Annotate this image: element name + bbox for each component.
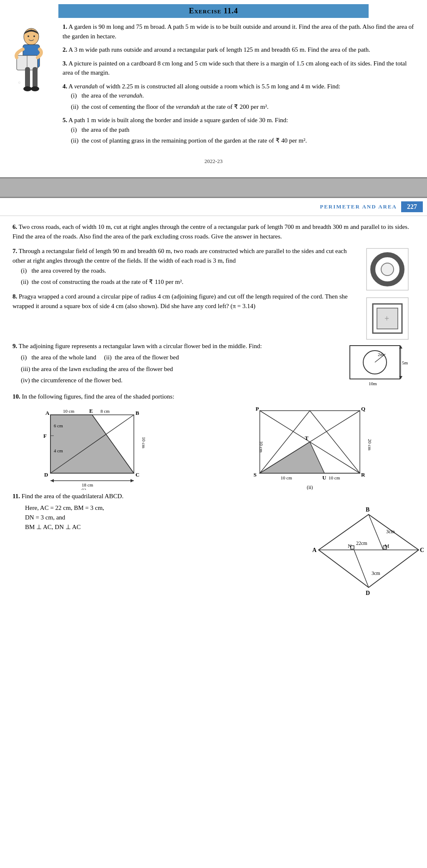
q10-figure-i: A E B D C F 10 cm 8 cm: [42, 406, 184, 490]
svg-text:4 cm: 4 cm: [54, 448, 63, 453]
q2-text: A 3 m wide path runs outside and around …: [68, 46, 370, 53]
q11-line1: Here, AC = 22 cm, BM = 3 cm,: [25, 503, 306, 513]
svg-text:R: R: [361, 472, 365, 478]
svg-marker-71: [319, 514, 419, 587]
bottom-questions: 6. Two cross roads, each of width 10 m, …: [0, 220, 427, 615]
question-9: 9. The adjoining figure represents a rec…: [13, 341, 344, 387]
q10-fig1: A E B D C F 10 cm 8 cm: [17, 406, 209, 492]
student-illustration: ©: [4, 22, 58, 150]
year-label: 2022-23: [0, 158, 427, 169]
svg-text:10 cm: 10 cm: [141, 437, 146, 449]
page-bottom: PERIMETER AND AREA 227 6. Two cross road…: [0, 198, 427, 627]
chapter-title: PERIMETER AND AREA: [4, 203, 401, 210]
q78-section: 7. Through a rectangular field of length…: [13, 246, 414, 341]
q9-text: 9. The adjoining figure represents a rec…: [13, 341, 344, 392]
question-7: 7. Through a rectangular field of length…: [13, 246, 360, 287]
page-separator: [0, 177, 427, 198]
q3-text: A picture is painted on a cardboard 8 cm…: [63, 60, 407, 76]
q4-sub-ii: (ii) the cost of cementing the floor of …: [71, 102, 414, 112]
svg-text:22cm: 22cm: [356, 540, 367, 546]
svg-text:10 cm: 10 cm: [329, 475, 340, 480]
question-1: 1. A garden is 90 m long and 75 m broad.…: [63, 22, 414, 41]
svg-text:C: C: [420, 547, 424, 553]
svg-text:A: A: [45, 410, 50, 416]
q7-num: 7.: [13, 248, 17, 254]
question-8: 8. Pragya wrapped a cord around a circul…: [13, 292, 360, 311]
q7-text: Through a rectangular field of length 90…: [13, 248, 347, 264]
q4-sub-i: (i) the area of the verandah.: [71, 91, 414, 100]
q11-diagram: A B C D N M 22cm 3cm 3cm: [310, 492, 414, 610]
svg-text:+: +: [384, 314, 389, 323]
exercise-title: Exercise 11.4: [58, 4, 369, 18]
q11-line2: DN = 3 cm, and: [25, 513, 306, 522]
svg-text:F: F: [43, 433, 47, 439]
svg-point-6: [23, 86, 32, 91]
question-4: 4. A verandah of width 2.25 m is constru…: [63, 82, 414, 112]
svg-point-13: [381, 263, 394, 276]
q7-sub-i: (i) the area covered by the roads.: [21, 266, 360, 276]
svg-rect-4: [25, 67, 30, 88]
q9-sub-iii: (iii) the area of the lawn excluding the…: [21, 364, 179, 374]
q8-num: 8.: [13, 293, 17, 300]
question-9-section: 9. The adjoining figure represents a rec…: [13, 341, 414, 392]
page-top: Exercise 11.4: [0, 0, 427, 177]
page-number: 227: [401, 201, 423, 212]
svg-text:©: ©: [18, 80, 22, 85]
svg-text:3cm: 3cm: [372, 570, 380, 576]
q10-fig2: P Q R S T U 10 cm 10 cm 20 cm 10 cm: [218, 406, 410, 492]
svg-text:Q: Q: [361, 406, 365, 412]
q9-sub-i: (i) the area of the whole land (ii) the …: [21, 353, 179, 362]
svg-text:10 cm: 10 cm: [281, 475, 292, 480]
q10-figure-ii: P Q R S T U 10 cm 10 cm 20 cm 10 cm: [251, 406, 377, 490]
q5-num: 5.: [63, 117, 67, 123]
question-5: 5. A path 1 m wide is built along the bo…: [63, 115, 414, 146]
circular-pipe-figure: [364, 246, 410, 292]
q8-text: Pragya wrapped a cord around a circular …: [13, 293, 348, 309]
svg-text:6 cm: 6 cm: [54, 423, 63, 428]
q10-figures: A E B D C F 10 cm 8 cm: [13, 406, 414, 492]
q5-sublist: (i) the area of the path (ii) the cost o…: [71, 125, 414, 146]
q11-num: 11.: [13, 493, 20, 499]
svg-text:2m: 2m: [378, 352, 384, 357]
question-10: 10. In the following figures, find the a…: [13, 392, 414, 401]
svg-text:10 cm: 10 cm: [63, 409, 75, 414]
square-box-figure: +: [364, 296, 410, 341]
question-11-section: 11. Find the area of the quadrilateral A…: [13, 492, 414, 610]
svg-text:N: N: [348, 543, 352, 549]
q7-sub-ii: (ii) the cost of constructing the roads …: [21, 277, 360, 287]
lawn-diagram: 2m 5m 10m: [348, 344, 412, 389]
svg-text:18 cm: 18 cm: [82, 482, 93, 487]
svg-text:3cm: 3cm: [386, 529, 395, 534]
svg-text:M: M: [384, 543, 389, 549]
q9-diagram: 2m 5m 10m: [348, 344, 414, 391]
svg-text:B: B: [366, 507, 369, 513]
svg-text:C: C: [136, 472, 139, 478]
svg-text:(i): (i): [81, 487, 86, 490]
q4-text: A verandah of width 2.25 m is constructe…: [68, 83, 340, 90]
q11-text-content: 11. Find the area of the quadrilateral A…: [13, 492, 306, 537]
q10-num: 10.: [13, 393, 20, 400]
question-6: 6. Two cross roads, each of width 10 m, …: [13, 222, 414, 242]
q6-num: 6.: [13, 223, 17, 230]
svg-text:5m: 5m: [402, 360, 408, 365]
svg-rect-5: [33, 67, 38, 88]
q6-text: Two cross roads, each of width 10 m, cut…: [13, 223, 409, 240]
q11-line3: BM ⊥ AC, DN ⊥ AC: [25, 522, 306, 532]
q10-text: In the following figures, find the area …: [22, 393, 174, 400]
svg-point-9: [33, 35, 35, 37]
q4-num: 4.: [63, 83, 67, 90]
quadrilateral-abcd: A B C D N M 22cm 3cm 3cm: [310, 492, 427, 608]
q3-num: 3.: [63, 60, 67, 67]
q11-main: Find the area of the quadrilateral ABCD.: [22, 493, 124, 499]
q9-main-text: The adjoining figure represents a rectan…: [19, 343, 262, 349]
svg-text:D: D: [366, 590, 370, 596]
svg-text:U: U: [322, 474, 327, 481]
svg-text:10 cm: 10 cm: [259, 441, 264, 453]
q1-text: A garden is 90 m long and 75 m broad. A …: [63, 23, 414, 40]
q9-sub-iv: (iv) the circumference of the flower bed…: [21, 376, 179, 385]
q1-num: 1.: [63, 23, 67, 30]
question-2: 2. A 3 m wide path runs outside and arou…: [63, 45, 414, 55]
svg-text:P: P: [256, 406, 259, 412]
q11-details: Here, AC = 22 cm, BM = 3 cm, DN = 3 cm, …: [25, 503, 306, 532]
svg-text:D: D: [44, 472, 48, 478]
